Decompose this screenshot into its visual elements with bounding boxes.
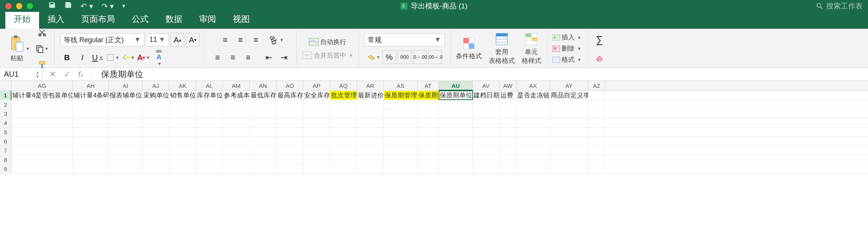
- cell-AJ8[interactable]: [142, 155, 169, 164]
- cell-AS6[interactable]: [384, 137, 418, 146]
- cell-AW6[interactable]: [500, 137, 516, 146]
- cell-AG6[interactable]: [11, 137, 73, 146]
- enter-icon[interactable]: ✓: [64, 69, 70, 79]
- cell-AU5[interactable]: [439, 128, 473, 137]
- name-box[interactable]: AU1 ▲▼: [0, 68, 42, 81]
- cell-AT7[interactable]: [418, 146, 439, 155]
- cell-AI9[interactable]: [109, 165, 142, 173]
- table-format-button[interactable]: 套用 表格格式: [489, 32, 515, 65]
- cell-AL4[interactable]: [196, 118, 223, 127]
- cell-AO4[interactable]: [277, 118, 303, 127]
- cell-AI5[interactable]: [109, 128, 142, 137]
- cell-AK4[interactable]: [169, 118, 196, 127]
- format-cells-button[interactable]: 格式▼: [552, 55, 581, 64]
- cell-AQ6[interactable]: [330, 137, 357, 146]
- copy-button[interactable]: ▼: [35, 42, 49, 56]
- cell-AQ9[interactable]: [330, 165, 357, 173]
- cell-AV6[interactable]: [473, 137, 500, 146]
- cell-AS2[interactable]: [384, 100, 418, 109]
- column-header-AS[interactable]: AS: [384, 81, 418, 91]
- cell-AG3[interactable]: [11, 109, 73, 118]
- column-header-AT[interactable]: AT: [418, 81, 439, 91]
- cell-AP1[interactable]: 安全库存: [303, 91, 330, 100]
- cell-AN6[interactable]: [250, 137, 277, 146]
- column-header-AZ[interactable]: AZ: [588, 81, 605, 91]
- cell-AR6[interactable]: [357, 137, 384, 146]
- underline-button[interactable]: U▼: [91, 51, 105, 64]
- cell-AT5[interactable]: [418, 128, 439, 137]
- column-header-AW[interactable]: AW: [500, 81, 516, 91]
- cell-AU6[interactable]: [439, 137, 473, 146]
- italic-button[interactable]: I: [75, 51, 89, 64]
- cell-AZ8[interactable]: [588, 155, 605, 164]
- column-header-AU[interactable]: AU: [439, 81, 473, 91]
- row-header-3[interactable]: 3: [0, 109, 11, 118]
- cell-AZ4[interactable]: [588, 118, 605, 127]
- cell-AU7[interactable]: [439, 146, 473, 155]
- cell-AI4[interactable]: [109, 118, 142, 127]
- borders-button[interactable]: ▼: [106, 51, 120, 64]
- column-header-AN[interactable]: AN: [250, 81, 277, 91]
- cell-AX4[interactable]: [516, 118, 550, 127]
- cell-AQ7[interactable]: [330, 146, 357, 155]
- qat-customize-icon[interactable]: ▾: [122, 2, 125, 10]
- cancel-icon[interactable]: ✕: [49, 69, 56, 79]
- cell-AR4[interactable]: [357, 118, 384, 127]
- increase-indent-button[interactable]: ⇥: [277, 51, 291, 64]
- number-format-select[interactable]: 常规▼: [364, 33, 445, 46]
- cell-AQ1[interactable]: 批次管理: [330, 91, 357, 100]
- minimize-window-button[interactable]: [16, 3, 22, 9]
- cell-AL9[interactable]: [196, 165, 223, 173]
- cell-AW4[interactable]: [500, 118, 516, 127]
- clear-button[interactable]: [593, 51, 606, 64]
- cell-AG9[interactable]: [11, 165, 73, 173]
- cell-AH5[interactable]: [73, 128, 109, 137]
- cell-AH2[interactable]: [73, 100, 109, 109]
- cell-AP6[interactable]: [303, 137, 330, 146]
- bold-button[interactable]: B: [60, 51, 74, 64]
- cell-AV4[interactable]: [473, 118, 500, 127]
- cell-AK8[interactable]: [169, 155, 196, 164]
- cell-AV7[interactable]: [473, 146, 500, 155]
- wrap-text-button[interactable]: 自动换行: [309, 38, 346, 46]
- search-box[interactable]: 搜索工作表: [816, 1, 863, 11]
- cell-AZ5[interactable]: [588, 128, 605, 137]
- cell-AK9[interactable]: [169, 165, 196, 173]
- column-header-AI[interactable]: AI: [109, 81, 142, 91]
- formula-input[interactable]: 保质期单位: [101, 69, 143, 80]
- cell-AX9[interactable]: [516, 165, 550, 173]
- column-header-AK[interactable]: AK: [169, 81, 196, 91]
- cell-AR5[interactable]: [357, 128, 384, 137]
- cell-AJ4[interactable]: [142, 118, 169, 127]
- cell-AW5[interactable]: [500, 128, 516, 137]
- cell-AY2[interactable]: [550, 100, 588, 109]
- tab-data[interactable]: 数据: [157, 10, 191, 29]
- column-header-AQ[interactable]: AQ: [330, 81, 357, 91]
- close-window-button[interactable]: [5, 3, 11, 9]
- cell-AT3[interactable]: [418, 109, 439, 118]
- cell-AS8[interactable]: [384, 155, 418, 164]
- column-header-AL[interactable]: AL: [196, 81, 223, 91]
- cell-AP5[interactable]: [303, 128, 330, 137]
- cell-AO9[interactable]: [277, 165, 303, 173]
- decrease-decimal-button[interactable]: .00→.0: [428, 50, 442, 64]
- cell-AM4[interactable]: [223, 118, 250, 127]
- cell-AS1[interactable]: 保质期管理: [384, 91, 418, 100]
- cell-AJ1[interactable]: 采购单位: [142, 91, 169, 100]
- cell-AS4[interactable]: [384, 118, 418, 127]
- cell-AQ5[interactable]: [330, 128, 357, 137]
- name-box-stepper[interactable]: ▲▼: [36, 70, 39, 79]
- cell-AT4[interactable]: [418, 118, 439, 127]
- tab-review[interactable]: 审阅: [191, 10, 224, 29]
- row-header-7[interactable]: 7: [0, 146, 11, 155]
- cell-AI6[interactable]: [109, 137, 142, 146]
- currency-button[interactable]: ▼: [367, 50, 381, 64]
- cell-AN8[interactable]: [250, 155, 277, 164]
- cell-AT2[interactable]: [418, 100, 439, 109]
- cell-AN2[interactable]: [250, 100, 277, 109]
- cell-AG4[interactable]: [11, 118, 73, 127]
- cell-AR9[interactable]: [357, 165, 384, 173]
- cell-AW9[interactable]: [500, 165, 516, 173]
- save-icon[interactable]: [48, 1, 56, 11]
- row-header-4[interactable]: 4: [0, 118, 11, 127]
